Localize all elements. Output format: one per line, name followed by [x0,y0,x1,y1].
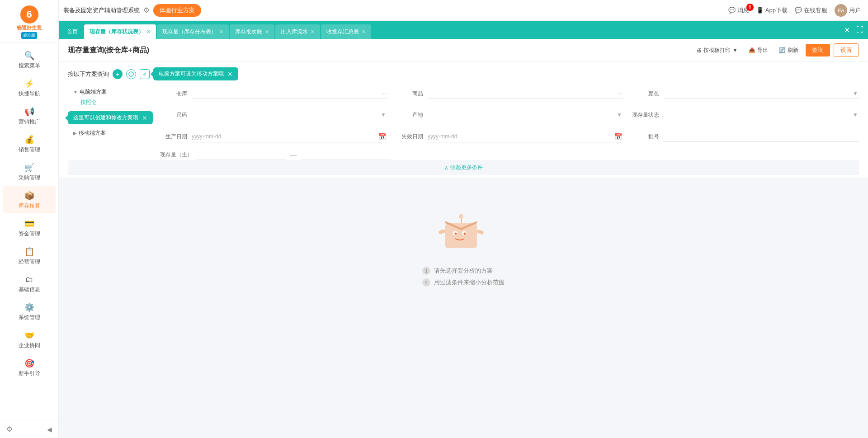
export-btn[interactable]: 📤 导出 [745,45,772,56]
collapse-bar[interactable]: ∧ 收起更多条件 [68,160,859,175]
tabs-bar: 首页 现存量（库存状况表） ✕ 现存量（库存分布表） ✕ 库存批次账 ✕ 出入库… [59,21,868,39]
sidebar-item-quicknav[interactable]: ⚡ 快捷导航 [3,74,56,101]
tab-inventory-dist-close[interactable]: ✕ [219,29,223,35]
tooltip2-close[interactable]: ✕ [142,114,147,122]
sidebar-item-inventory[interactable]: 📦 库存核算 [3,186,56,213]
tab-expand-btn[interactable]: ⛶ [854,25,865,35]
stock-qty-min[interactable] [196,150,286,160]
scheme-mobile-root[interactable]: ▶ 移动端方案 [68,128,153,138]
scheme-desktop-child-baozhaocang[interactable]: 按照仓 [68,97,153,108]
inventory-icon: 📦 [24,191,34,201]
service-label: 在线客服 [804,6,827,14]
print-btn[interactable]: 🖨 按模板打印 ▼ [693,45,741,56]
color-select[interactable]: ▼ [663,89,859,99]
warehouse-select[interactable]: ··· [191,89,387,99]
sidebar-label-basic: 基础信息 [19,286,40,293]
empty-tips: 1 请先选择要分析的方案 2 用过滤条件来缩小分析范围 [422,267,505,287]
user-area[interactable]: Ea 用户 [835,4,861,17]
sidebar-item-system[interactable]: ⚙️ 系统管理 [3,298,56,325]
sidebar-item-enterprise[interactable]: 🤝 企业协同 [3,326,56,353]
filter-edit-btn[interactable]: i [126,69,136,79]
origin-select[interactable]: ▼ [427,110,623,120]
prod-date-cal-icon[interactable]: 📅 [378,133,386,140]
sidebar-item-guide[interactable]: 🎯 新手引导 [3,354,56,381]
empty-tip2: 2 用过滤条件来缩小分析范围 [422,278,505,287]
sidebar-item-finance[interactable]: 💳 资金管理 [3,214,56,241]
marketing-icon: 📢 [24,107,34,117]
tab-inventory-dist[interactable]: 现存量（库存分布表） ✕ [157,24,229,39]
tooltip-create-scheme: 这里可以创建和修改方案哦 ✕ [68,111,153,124]
tab-recv-summary[interactable]: 收发存汇总表 ✕ [321,24,371,39]
tab-home-label: 首页 [67,28,78,36]
sidebar: 6 畅通好生意 标准版 🔍 搜索菜单 ⚡ 快捷导航 📢 营销推广 💰 销售管理 … [0,0,59,438]
industry-btn[interactable]: 体验行业方案 [153,4,201,17]
tooltip1-close[interactable]: ✕ [227,71,233,78]
stock-status-select[interactable]: ▼ [663,110,859,120]
refresh-btn[interactable]: 🔄 刷新 [775,45,802,56]
tab-recv-summary-close[interactable]: ✕ [362,29,366,35]
tab-io-flow[interactable]: 出入库流水 ✕ [275,24,320,39]
tab-inventory-status[interactable]: 现存量（库存状况表） ✕ [84,24,156,39]
service-btn[interactable]: 💬 在线客服 [795,6,827,14]
sidebar-item-sales[interactable]: 💰 销售管理 [3,130,56,157]
collapse-btn-label: 收起更多条件 [450,164,483,171]
color-arrow: ▼ [853,90,858,97]
expire-date-cal-icon[interactable]: 📅 [614,133,622,140]
warehouse-label: 仓库 [160,90,187,98]
sidebar-item-basic[interactable]: 🗂 基础信息 [3,270,56,297]
service-icon: 💬 [795,7,802,14]
size-arrow: ▼ [381,112,386,118]
print-label: 按模板打印 [703,47,731,54]
scheme-mobile-label: 移动端方案 [79,129,106,137]
sidebar-item-search[interactable]: 🔍 搜索菜单 [3,46,56,73]
page-actions: 🖨 按模板打印 ▼ 📤 导出 🔄 刷新 查询 设置 [693,43,859,57]
scheme-desktop-root[interactable]: ▼ 电脑端方案 [68,87,153,97]
print-dropdown-icon: ▼ [732,47,738,53]
filter-row-expire-date: 失效日期 yyyy-mm-dd 📅 [396,131,623,142]
goods-select[interactable]: ··· [427,89,623,99]
settings-icon[interactable]: ⚙ [6,425,13,433]
sidebar-item-operations[interactable]: 📋 经营管理 [3,242,56,269]
svg-rect-7 [438,229,446,235]
tab-recv-summary-label: 收发存汇总表 [326,28,359,36]
collapse-icon[interactable]: ◀ [47,426,52,433]
message-btn[interactable]: 💬 6 消息 [728,6,749,14]
svg-point-10 [459,214,463,219]
stock-qty-max[interactable] [301,150,391,160]
tooltip-desktop-scheme: 电脑方案可设为移动方案哦 ✕ [153,67,238,80]
tab-io-flow-close[interactable]: ✕ [311,29,315,35]
sidebar-label-search: 搜索菜单 [19,62,40,70]
filter-header: 按以下方案查询 + i « 电脑方案可设为移动方案哦 ✕ [68,67,859,80]
filter-grid-row3: 生产日期 yyyy-mm-dd 📅 失效日期 yyyy-mm-dd 📅 [160,127,859,146]
svg-point-6 [464,233,466,235]
size-select[interactable]: ▼ [191,110,387,120]
filter-row-warehouse: 仓库 ··· [160,89,387,99]
batch-no-input[interactable] [663,132,859,142]
query-btn[interactable]: 查询 [806,44,830,57]
app-download-btn[interactable]: 📱 App下载 [756,6,788,14]
chevron-up-icon: ∧ [444,165,448,171]
tab-batch-account-close[interactable]: ✕ [265,29,269,35]
origin-arrow: ▼ [617,112,622,118]
filter-row-stock-status: 现存量状态 ▼ [632,110,859,120]
user-label: 用户 [849,6,861,14]
warehouse-dots: ··· [382,90,386,97]
page-content: 现存量查询(按仓库+商品) 🖨 按模板打印 ▼ 📤 导出 🔄 刷新 查询 设置 [59,39,868,438]
range-separator: — [290,151,297,159]
sidebar-item-purchase[interactable]: 🛒 采购管理 [3,158,56,185]
tab-home[interactable]: 首页 [61,24,83,39]
tab-close-all-btn[interactable]: ✕ [842,25,852,35]
settings-btn[interactable]: 设置 [834,43,859,57]
page-title: 现存量查询(按仓库+商品) [68,46,149,55]
sidebar-item-marketing[interactable]: 📢 营销推广 [3,102,56,129]
tab-batch-account[interactable]: 库存批次账 ✕ [230,24,274,39]
sidebar-label-marketing: 营销推广 [19,118,40,126]
tab-inventory-status-close[interactable]: ✕ [146,29,151,35]
filter-arrow-btn[interactable]: « [140,69,150,79]
tabs-actions: ✕ ⛶ [842,25,865,35]
filter-add-btn[interactable]: + [113,69,123,79]
settings-gear-icon[interactable]: ⚙ [143,6,150,14]
empty-illustration [436,205,491,259]
sidebar-label-finance: 资金管理 [19,230,40,238]
logo-icon: 6 [20,5,38,24]
